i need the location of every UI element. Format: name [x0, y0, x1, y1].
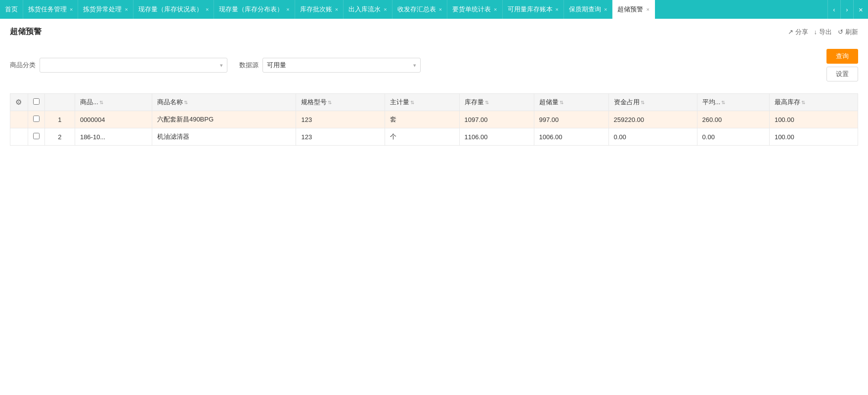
category-label: 商品分类 [10, 61, 36, 70]
th-stock[interactable]: 库存量⇅ [459, 94, 534, 111]
row-spec-1: 123 [296, 111, 385, 128]
export-label: 导出 [819, 28, 832, 37]
nav-overstock[interactable]: 超储预警 × [612, 0, 654, 19]
sort-avg-icon: ⇅ [721, 100, 725, 105]
row-gear-cell [10, 111, 28, 128]
row-gear-cell [10, 128, 28, 146]
nav-stock-status[interactable]: 现存量（库存状况表） × [133, 0, 214, 19]
th-checkbox [28, 94, 45, 111]
nav-task-mgmt[interactable]: 拣货任务管理 × [23, 0, 78, 19]
settings-gear-icon[interactable]: ⚙ [15, 98, 22, 106]
th-spec[interactable]: 规格型号⇅ [296, 94, 385, 111]
close-stock-status[interactable]: × [206, 6, 209, 12]
th-code[interactable]: 商品...⇅ [75, 94, 152, 111]
row-code-2: 186-10... [75, 128, 152, 146]
th-unit[interactable]: 主计量⇅ [385, 94, 459, 111]
nav-batch[interactable]: 库存批次账 × [295, 0, 344, 19]
close-shelf-life[interactable]: × [604, 6, 607, 12]
th-capital[interactable]: 资金占用⇅ [608, 94, 697, 111]
refresh-button[interactable]: ↺ 刷新 [838, 28, 858, 37]
close-recv-send[interactable]: × [439, 6, 442, 12]
nav-close-tab[interactable]: × [853, 0, 868, 19]
nav-abnormal[interactable]: 拣货异常处理 × [78, 0, 133, 19]
share-label: 分享 [795, 28, 808, 37]
close-overstock[interactable]: × [646, 6, 649, 12]
main-content: 超储预警 ↗ 分享 ↓ 导出 ↺ 刷新 商品分类 ▾ 数据源 [0, 19, 868, 395]
category-arrow-down-icon: ▾ [220, 62, 223, 69]
sort-overstock-icon: ⇅ [560, 100, 564, 105]
row-avg-1: 260.00 [697, 111, 769, 128]
row-code-1: 0000004 [75, 111, 152, 128]
sort-maxstock-icon: ⇅ [801, 100, 805, 105]
row-maxstock-2: 100.00 [769, 128, 858, 146]
sort-name-icon: ⇅ [184, 100, 188, 105]
category-select[interactable]: ▾ [40, 58, 227, 73]
row-num-2: 2 [45, 128, 75, 146]
row-unit-1: 套 [385, 111, 459, 128]
th-gear[interactable]: ⚙ [10, 94, 28, 111]
sort-code-icon: ⇅ [99, 100, 103, 105]
row-capital-1: 259220.00 [608, 111, 697, 128]
sort-capital-icon: ⇅ [641, 100, 645, 105]
share-button[interactable]: ↗ 分享 [788, 28, 808, 37]
nav-arrow-left[interactable]: ‹ [827, 0, 840, 19]
close-avail-ledger[interactable]: × [556, 6, 559, 12]
refresh-icon: ↺ [838, 28, 843, 36]
nav-shelf-life[interactable]: 保质期查询 × [564, 0, 612, 19]
nav-order-stat[interactable]: 要货单统计表 × [447, 0, 502, 19]
row-checkbox-cell[interactable] [28, 111, 45, 128]
row-name-2: 机油滤清器 [152, 128, 296, 146]
nav-home[interactable]: 首页 [0, 0, 23, 19]
th-rownum [45, 94, 75, 111]
close-batch[interactable]: × [335, 6, 338, 12]
th-name[interactable]: 商品名称⇅ [152, 94, 296, 111]
row-capital-2: 0.00 [608, 128, 697, 146]
nav-inout-flow[interactable]: 出入库流水 × [344, 0, 392, 19]
header-actions: ↗ 分享 ↓ 导出 ↺ 刷新 [788, 28, 859, 37]
nav-arrow-right[interactable]: › [840, 0, 853, 19]
th-avg[interactable]: 平均...⇅ [697, 94, 769, 111]
close-inout-flow[interactable]: × [384, 6, 387, 12]
table-header-row: ⚙ 商品...⇅ 商品名称⇅ 规格型号⇅ 主计量⇅ [10, 94, 858, 111]
select-all-checkbox[interactable] [33, 98, 40, 105]
close-order-stat[interactable]: × [494, 6, 497, 12]
close-task-mgmt[interactable]: × [70, 6, 73, 12]
close-stock-dist[interactable]: × [286, 6, 289, 12]
datasource-label: 数据源 [239, 61, 259, 70]
row-checkbox-1[interactable] [33, 116, 40, 122]
refresh-label: 刷新 [845, 28, 858, 37]
th-overstock[interactable]: 超储量⇅ [534, 94, 608, 111]
datasource-select[interactable]: 可用量 ▾ [262, 58, 421, 73]
sort-spec-icon: ⇅ [328, 100, 332, 105]
row-unit-2: 个 [385, 128, 459, 146]
settings-button[interactable]: 设置 [826, 67, 858, 81]
row-stock-1: 1097.00 [459, 111, 534, 128]
th-maxstock[interactable]: 最高库存⇅ [769, 94, 858, 111]
nav-avail-ledger[interactable]: 可用量库存账本 × [503, 0, 564, 19]
row-avg-2: 0.00 [697, 128, 769, 146]
export-button[interactable]: ↓ 导出 [814, 28, 832, 37]
row-maxstock-1: 100.00 [769, 111, 858, 128]
nav-stock-dist[interactable]: 现存量（库存分布表） × [214, 0, 295, 19]
datasource-filter: 数据源 可用量 ▾ [239, 58, 421, 73]
nav-arrows: ‹ › × [827, 0, 868, 19]
row-checkbox-2[interactable] [33, 133, 40, 139]
row-overstock-1: 997.00 [534, 111, 608, 128]
row-checkbox-cell[interactable] [28, 128, 45, 146]
datasource-arrow-down-icon: ▾ [413, 62, 416, 69]
filter-buttons: 查询 设置 [826, 49, 858, 81]
export-icon: ↓ [814, 28, 818, 36]
row-stock-2: 1106.00 [459, 128, 534, 146]
filter-row: 商品分类 ▾ 数据源 可用量 ▾ 查询 设置 [10, 44, 858, 86]
query-button[interactable]: 查询 [826, 49, 858, 64]
share-icon: ↗ [788, 28, 793, 36]
topbar: 首页 拣货任务管理 × 拣货异常处理 × 现存量（库存状况表） × 现存量（库存… [0, 0, 868, 19]
nav-recv-send[interactable]: 收发存汇总表 × [392, 0, 447, 19]
data-table: ⚙ 商品...⇅ 商品名称⇅ 规格型号⇅ 主计量⇅ [10, 93, 858, 146]
table-row: 2 186-10... 机油滤清器 123 个 1106.00 1006.00 … [10, 128, 858, 146]
row-spec-2: 123 [296, 128, 385, 146]
close-abnormal[interactable]: × [125, 6, 128, 12]
table-row: 1 0000004 六配套新昌490BPG 123 套 1097.00 997.… [10, 111, 858, 128]
sort-unit-icon: ⇅ [410, 100, 414, 105]
row-num-1: 1 [45, 111, 75, 128]
